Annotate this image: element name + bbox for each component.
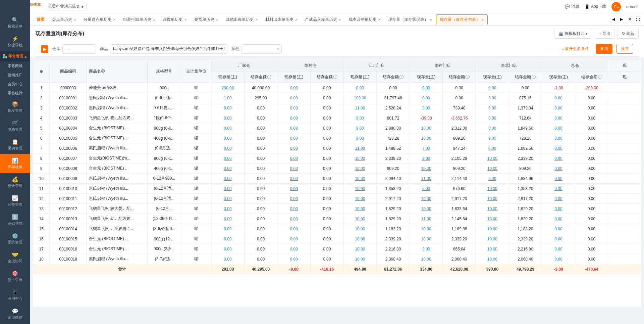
cell-yubei-qty[interactable]: 10.00 bbox=[476, 204, 509, 214]
cell-total-qty[interactable]: 0.00 bbox=[542, 164, 575, 174]
cell-total-qty[interactable]: 0.00 bbox=[542, 194, 575, 204]
cell-nanan-qty[interactable]: 10.00 bbox=[410, 254, 443, 264]
query-btn[interactable]: 查询 bbox=[596, 44, 612, 54]
cell-nanan-qty[interactable]: 5.00 bbox=[410, 184, 443, 194]
cell-total-qty[interactable]: 0.00 bbox=[542, 214, 575, 224]
tab-split-inventory[interactable]: 分量盘点单历史 ✕ bbox=[80, 14, 119, 25]
close-tab-5[interactable]: ✕ bbox=[216, 18, 218, 21]
cell-chengjia-qty[interactable]: 0.00 bbox=[277, 234, 311, 244]
col-header-settings[interactable]: ⚙ bbox=[33, 60, 50, 83]
cell-jiangbei-qty[interactable]: 11.00 bbox=[343, 143, 377, 153]
sidebar-item-nav[interactable]: ⚡ 快捷导航 bbox=[0, 32, 30, 51]
cell-jiangbei-qty[interactable]: 10.00 bbox=[343, 254, 377, 264]
cell-jiangbei-qty[interactable]: 10.00 bbox=[343, 184, 377, 194]
expand-conditions-btn[interactable]: ≡ 展开更多条件 bbox=[562, 46, 589, 52]
tab-next-btn[interactable]: ▶ bbox=[618, 16, 625, 23]
print-btn[interactable]: 🖨️ 按模板打印 ▾ bbox=[554, 29, 592, 39]
cell-factory-qty[interactable]: 0.00 bbox=[211, 234, 245, 244]
cell-total-qty[interactable]: 0.00 bbox=[542, 153, 575, 164]
sidebar-retail-section[interactable]: 🏪 零售管理 ▲ bbox=[0, 51, 30, 61]
close-tab-3[interactable]: ✕ bbox=[153, 18, 155, 21]
cell-yubei-qty[interactable]: 8.00 bbox=[476, 113, 509, 123]
cell-nanan-qty[interactable]: 10.00 bbox=[410, 204, 443, 214]
tab-transfer[interactable]: 调拨单历史 ✕ bbox=[159, 14, 191, 25]
cell-chengjia-qty[interactable]: 0.00 bbox=[277, 164, 311, 174]
factory-amt-info-icon[interactable]: i bbox=[267, 75, 271, 79]
cell-total-qty[interactable]: 0.00 bbox=[542, 133, 575, 143]
cell-factory-qty[interactable]: 0.00 bbox=[211, 194, 245, 204]
cell-nanan-qty[interactable]: -39.00 bbox=[410, 113, 443, 123]
tab-inventory-history[interactable]: 盘点单历史 ✕ bbox=[48, 14, 80, 25]
cell-factory-qty[interactable]: 0.00 bbox=[211, 123, 245, 133]
cell-total-qty[interactable]: 0.00 bbox=[542, 103, 575, 113]
cell-jiangbei-qty[interactable]: 9.00 bbox=[343, 133, 377, 143]
cell-chengjia-qty[interactable]: 0.00 bbox=[277, 204, 311, 214]
sidebar-item-apps[interactable]: 📱 应用中心 bbox=[0, 286, 30, 305]
cell-factory-qty[interactable]: 0.00 bbox=[211, 254, 245, 264]
cell-jiangbei-qty[interactable]: 10.00 bbox=[343, 224, 377, 234]
yubei-amt-info-icon[interactable]: i bbox=[532, 75, 536, 79]
cell-chengjia-qty[interactable]: 0.00 bbox=[277, 254, 311, 264]
cell-jiangbei-qty[interactable]: 9.00 bbox=[343, 123, 377, 133]
cell-yubei-qty[interactable]: 10.00 bbox=[476, 214, 509, 224]
cell-jiangbei-qty[interactable]: 10.00 bbox=[343, 214, 377, 224]
sidebar-item-ecommerce[interactable]: 🛒 电商管理 bbox=[0, 117, 30, 135]
cell-factory-qty[interactable]: 200.00 bbox=[211, 83, 245, 93]
cell-nanan-qty[interactable]: 10.00 bbox=[410, 133, 443, 143]
cell-yubei-qty[interactable]: 10.00 bbox=[476, 254, 509, 264]
tab-stock-distribution[interactable]: 现存量（库存分布表） ✕ bbox=[436, 14, 488, 25]
cell-factory-qty[interactable]: 0.00 bbox=[211, 103, 245, 113]
cell-total-qty[interactable]: 0.00 bbox=[542, 123, 575, 133]
sidebar-item-wholesale[interactable]: 📦 批发管理 bbox=[0, 98, 30, 117]
cell-factory-qty[interactable]: 1.00 bbox=[211, 93, 245, 103]
cell-factory-qty[interactable]: 0.00 bbox=[211, 133, 245, 143]
cell-nanan-qty[interactable]: 10.00 bbox=[410, 194, 443, 204]
cell-total-qty[interactable]: -1.00 bbox=[542, 83, 575, 93]
cell-total-qty[interactable]: 0.00 bbox=[542, 113, 575, 123]
cell-total-qty[interactable]: 0.00 bbox=[542, 244, 575, 254]
close-tab-11[interactable]: ✕ bbox=[481, 18, 484, 21]
sidebar-item-retail-stats[interactable]: 零售统计 bbox=[0, 89, 30, 98]
cell-jiangbei-qty[interactable]: 11.00 bbox=[343, 103, 377, 113]
cell-chengjia-qty[interactable]: 0.00 bbox=[277, 244, 311, 254]
cell-jiangbei-qty[interactable]: 9.00 bbox=[343, 113, 377, 123]
tab-prev-btn[interactable]: ◀ bbox=[610, 16, 617, 23]
cell-chengjia-qty[interactable]: 0.00 bbox=[277, 174, 311, 184]
cell-jiangbei-qty[interactable]: 0.00 bbox=[343, 83, 377, 93]
cell-factory-qty[interactable]: 0.00 bbox=[211, 184, 245, 194]
cell-chengjia-qty[interactable]: 0.00 bbox=[277, 103, 311, 113]
industry-selector[interactable]: 母婴行业演示陈套 ▾ bbox=[45, 3, 87, 10]
username[interactable]: demo2 bbox=[626, 4, 639, 9]
cell-yubei-qty[interactable]: 0.00 bbox=[476, 83, 509, 93]
cell-yubei-qty[interactable]: 8.00 bbox=[476, 143, 509, 153]
cell-nanan-qty[interactable]: 0.00 bbox=[410, 93, 443, 103]
cell-factory-qty[interactable]: 0.00 bbox=[211, 224, 245, 234]
cell-nanan-qty[interactable]: 3.00 bbox=[410, 244, 443, 254]
export-btn[interactable]: ↑ 导出 bbox=[595, 29, 614, 39]
cell-yubei-qty[interactable]: 10.00 bbox=[476, 244, 509, 254]
close-tab-9[interactable]: ✕ bbox=[378, 18, 381, 21]
sidebar-item-finance[interactable]: 💰 资金管理 bbox=[0, 173, 30, 192]
sidebar-item-system[interactable]: ⚙️ 系统管理 bbox=[0, 229, 30, 248]
cell-factory-qty[interactable]: 0.00 bbox=[211, 113, 245, 123]
cell-total-qty[interactable]: 0.00 bbox=[542, 174, 575, 184]
cell-jiangbei-qty[interactable]: 10.00 bbox=[343, 244, 377, 254]
cell-jiangbei-qty[interactable]: 10.00 bbox=[343, 164, 377, 174]
cell-chengjia-qty[interactable]: 0.00 bbox=[277, 224, 311, 234]
cell-factory-qty[interactable]: 0.00 bbox=[211, 153, 245, 164]
cell-nanan-qty[interactable]: 0.00 bbox=[410, 83, 443, 93]
sidebar-item-basic-info[interactable]: ℹ️ 基础信息 bbox=[0, 211, 30, 229]
cell-nanan-qty[interactable]: 3.00 bbox=[410, 103, 443, 113]
cell-jiangbei-qty[interactable]: 10.00 bbox=[343, 194, 377, 204]
cell-nanan-qty[interactable]: 11.00 bbox=[410, 214, 443, 224]
cell-chengjia-qty[interactable]: 0.00 bbox=[277, 113, 311, 123]
tab-other-outbound[interactable]: 其他出库单历史 ✕ bbox=[222, 14, 262, 25]
sidebar-item-purchase[interactable]: 📋 采购管理 bbox=[0, 135, 30, 154]
cell-jiangbei-qty[interactable]: 10.00 bbox=[343, 234, 377, 244]
tab-cost-adjust[interactable]: 成本调整单历史 ✕ bbox=[345, 14, 384, 25]
jiangbei-amt-info-icon[interactable]: i bbox=[399, 75, 404, 79]
tab-material-outbound[interactable]: 材料出库单历史 ✕ bbox=[262, 14, 301, 25]
cell-chengjia-qty[interactable]: 0.00 bbox=[277, 194, 311, 204]
cell-factory-qty[interactable]: 0.00 bbox=[211, 204, 245, 214]
cell-factory-qty[interactable]: 0.00 bbox=[211, 174, 245, 184]
